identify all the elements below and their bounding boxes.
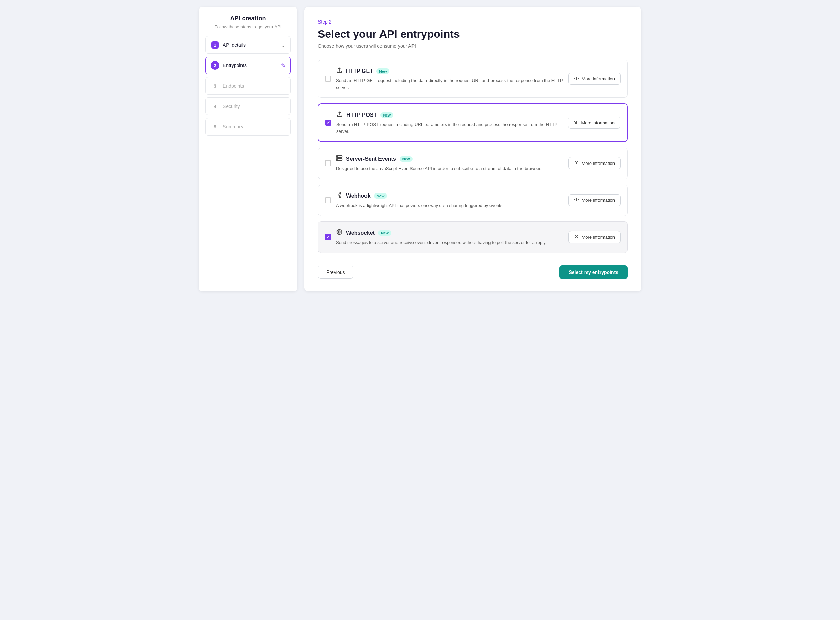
entrypoint-title-webhook: Webhook bbox=[346, 193, 371, 199]
websocket-icon bbox=[336, 229, 343, 237]
step-label: Step 2 bbox=[318, 19, 628, 24]
select-entrypoints-button[interactable]: Select my entrypoints bbox=[559, 265, 628, 279]
eye-icon-sse: 👁 bbox=[574, 160, 579, 166]
sidebar: API creation Follow these steps to get y… bbox=[198, 7, 298, 291]
main-content: Step 2 Select your API entrypoints Choos… bbox=[304, 7, 642, 291]
pencil-icon: ✎ bbox=[281, 62, 286, 69]
step-badge-4: 4 bbox=[210, 102, 219, 111]
sidebar-item-security[interactable]: 4 Security bbox=[205, 98, 290, 115]
entrypoint-card-websocket: Websocket New Send messages to a server … bbox=[318, 221, 628, 253]
sidebar-item-label-3: Endpoints bbox=[223, 83, 244, 89]
server-icon bbox=[336, 155, 343, 163]
more-info-button-http-post[interactable]: 👁 More information bbox=[568, 116, 620, 129]
entrypoint-card-http-get: HTTP GET New Send an HTTP GET request in… bbox=[318, 60, 628, 98]
badge-websocket: New bbox=[378, 230, 391, 236]
entrypoint-desc-http-post: Send an HTTP POST request including URL … bbox=[336, 121, 563, 135]
entrypoint-desc-websocket: Send messages to a server and receive ev… bbox=[336, 239, 564, 246]
badge-sse: New bbox=[400, 157, 413, 162]
entrypoint-title-http-post: HTTP POST bbox=[346, 112, 377, 118]
badge-http-post: New bbox=[380, 113, 394, 118]
page-subtitle: Choose how your users will consume your … bbox=[318, 43, 628, 49]
upload-icon bbox=[336, 67, 343, 75]
sidebar-item-summary[interactable]: 5 Summary bbox=[205, 118, 290, 135]
sidebar-item-label-4: Security bbox=[223, 104, 240, 109]
sidebar-subtitle: Follow these steps to get your API bbox=[205, 24, 290, 29]
step-badge-3: 3 bbox=[210, 81, 219, 90]
checkbox-http-post[interactable] bbox=[325, 120, 331, 126]
badge-http-get: New bbox=[376, 68, 390, 74]
sidebar-item-api-details[interactable]: 1 API details ⌄ bbox=[205, 36, 290, 54]
entrypoint-desc-http-get: Send an HTTP GET request including the d… bbox=[336, 77, 564, 90]
more-info-button-sse[interactable]: 👁 More information bbox=[568, 157, 621, 169]
eye-icon-post: 👁 bbox=[574, 120, 579, 126]
chevron-down-icon: ⌄ bbox=[281, 42, 286, 48]
entrypoint-title-sse: Server-Sent Events bbox=[346, 156, 396, 162]
entrypoint-title-http-get: HTTP GET bbox=[346, 68, 373, 74]
eye-icon: 👁 bbox=[574, 76, 579, 82]
sidebar-item-label-5: Summary bbox=[223, 124, 243, 129]
step-badge-2: 2 bbox=[210, 61, 219, 70]
footer-actions: Previous Select my entrypoints bbox=[318, 265, 628, 279]
entrypoint-card-webhook: Webhook New A webhook is a lightweight A… bbox=[318, 185, 628, 216]
sidebar-item-endpoints[interactable]: 3 Endpoints bbox=[205, 77, 290, 95]
checkbox-websocket[interactable] bbox=[325, 234, 331, 240]
previous-button[interactable]: Previous bbox=[318, 266, 353, 278]
badge-webhook: New bbox=[374, 193, 387, 199]
page-title: Select your API entrypoints bbox=[318, 28, 628, 41]
entrypoint-desc-webhook: A webhook is a lightweight API that powe… bbox=[336, 202, 564, 209]
entrypoint-card-http-post: HTTP POST New Send an HTTP POST request … bbox=[318, 103, 628, 142]
checkbox-http-get[interactable] bbox=[325, 76, 331, 82]
sidebar-item-label-1: API details bbox=[223, 42, 246, 48]
more-info-button-webhook[interactable]: 👁 More information bbox=[568, 194, 621, 206]
checkbox-sse[interactable] bbox=[325, 160, 331, 166]
checkbox-webhook[interactable] bbox=[325, 197, 331, 203]
page-layout: API creation Follow these steps to get y… bbox=[198, 7, 642, 291]
sidebar-item-entrypoints[interactable]: 2 Entrypoints ✎ bbox=[205, 57, 290, 74]
eye-icon-webhook: 👁 bbox=[574, 197, 579, 203]
webhook-icon bbox=[336, 192, 343, 200]
step-badge-1: 1 bbox=[210, 41, 219, 50]
sidebar-item-label-2: Entrypoints bbox=[223, 63, 246, 68]
eye-icon-websocket: 👁 bbox=[574, 234, 579, 240]
sidebar-title: API creation bbox=[205, 15, 290, 22]
entrypoint-title-websocket: Websocket bbox=[346, 230, 375, 236]
upload-post-icon bbox=[336, 111, 343, 119]
more-info-button-http-get[interactable]: 👁 More information bbox=[568, 72, 621, 85]
entrypoint-card-sse: Server-Sent Events New Designed to use t… bbox=[318, 147, 628, 179]
more-info-button-websocket[interactable]: 👁 More information bbox=[568, 231, 621, 243]
entrypoint-desc-sse: Designed to use the JavaScript EventSour… bbox=[336, 165, 564, 172]
step-badge-5: 5 bbox=[210, 122, 219, 131]
